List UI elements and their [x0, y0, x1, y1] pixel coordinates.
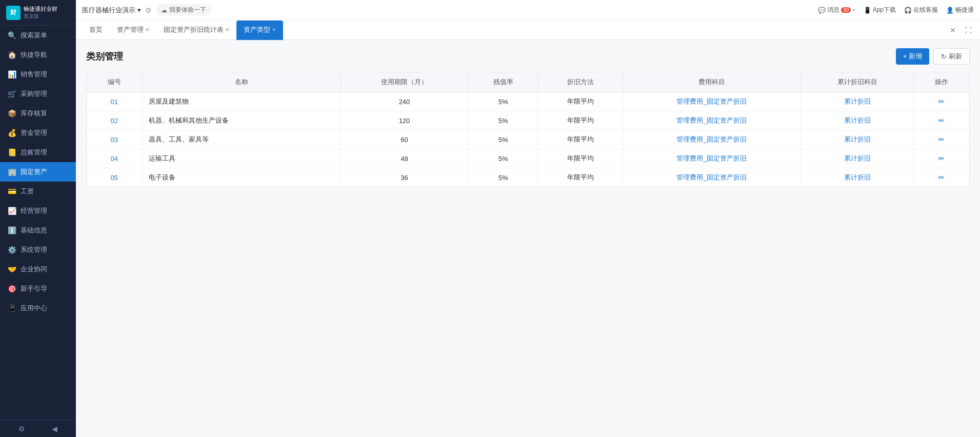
- tab-close-fixed-asset-stat[interactable]: ×: [226, 26, 229, 33]
- sidebar-label-operations: 经营管理: [21, 206, 47, 215]
- accum-link[interactable]: 累计折旧: [844, 116, 871, 124]
- tab-fixed-asset-stat[interactable]: 固定资产折旧统计表×: [156, 21, 236, 40]
- cell-residual: 5%: [468, 111, 538, 130]
- expense-link[interactable]: 管理费用_固定资产折旧: [676, 135, 747, 143]
- cell-method: 年限平均: [538, 92, 623, 111]
- tab-asset-manage[interactable]: 资产管理×: [110, 21, 156, 40]
- sidebar-item-guide[interactable]: 🎯 新手引导: [0, 279, 76, 299]
- cell-op: ✏: [914, 111, 969, 130]
- row-no-link[interactable]: 02: [111, 117, 118, 125]
- tab-label-asset-type: 资产类型: [244, 25, 270, 34]
- cell-period: 48: [341, 149, 468, 168]
- col-header: 折旧方法: [538, 72, 623, 92]
- user-menu[interactable]: 👤 畅捷通: [946, 6, 974, 14]
- row-no-link[interactable]: 01: [111, 98, 118, 106]
- sidebar-item-system[interactable]: ⚙️ 系统管理: [0, 240, 76, 260]
- logo-icon: 财: [6, 6, 21, 20]
- badge-plus: +: [852, 8, 855, 13]
- message-button[interactable]: 💬 消息 99+: [818, 6, 855, 14]
- cell-residual: 5%: [468, 149, 538, 168]
- col-header: 使用期限（月）: [341, 72, 468, 92]
- trial-button[interactable]: ☁ 我要体验一下: [156, 4, 211, 16]
- table-body: 01 房屋及建筑物 240 5% 年限平均 管理费用_固定资产折旧 累计折旧 ✏…: [87, 92, 969, 187]
- cell-expense: 管理费用_固定资产折旧: [623, 149, 801, 168]
- gear-icon[interactable]: ⚙: [145, 6, 152, 14]
- app-download-button[interactable]: 📱 App下载: [864, 6, 896, 14]
- tab-close-asset-manage[interactable]: ×: [146, 26, 149, 33]
- sidebar-item-operations[interactable]: 📈 经营管理: [0, 201, 76, 221]
- message-badge: 99: [841, 7, 851, 13]
- accum-link[interactable]: 累计折旧: [844, 135, 871, 143]
- data-table: 编号名称使用期限（月）残值率折旧方法费用科目累计折旧科目操作 01 房屋及建筑物…: [87, 72, 969, 187]
- sidebar-item-salary[interactable]: 💳 工资: [0, 182, 76, 201]
- row-no-link[interactable]: 04: [111, 155, 118, 163]
- sidebar-label-enterprise: 企业协同: [21, 265, 47, 274]
- refresh-button[interactable]: ↻ 刷新: [933, 48, 970, 65]
- sidebar-item-fixed-assets[interactable]: 🏢 固定资产: [0, 162, 76, 182]
- cell-op: ✏: [914, 130, 969, 149]
- cell-method: 年限平均: [538, 111, 623, 130]
- refresh-label: 刷新: [949, 52, 962, 61]
- col-header: 名称: [142, 72, 341, 92]
- page-header: 类别管理 + 新增 ↻ 刷新: [86, 48, 970, 65]
- tab-home[interactable]: 首页: [82, 21, 110, 40]
- sidebar-item-quick-nav[interactable]: 🏠 快捷导航: [0, 45, 76, 65]
- cell-accum: 累计折旧: [801, 130, 913, 149]
- expense-link[interactable]: 管理费用_固定资产折旧: [676, 116, 747, 124]
- accum-link[interactable]: 累计折旧: [844, 97, 871, 105]
- close-window-icon[interactable]: ✕: [947, 25, 958, 36]
- expense-link[interactable]: 管理费用_固定资产折旧: [676, 97, 747, 105]
- sidebar-item-finance[interactable]: 💰 资金管理: [0, 123, 76, 143]
- cell-op: ✏: [914, 168, 969, 187]
- online-service-button[interactable]: 🎧 在线客服: [904, 6, 938, 14]
- tab-label-home: 首页: [89, 25, 103, 34]
- sidebar-label-fixed-assets: 固定资产: [21, 167, 47, 176]
- table-row: 04 运输工具 48 5% 年限平均 管理费用_固定资产折旧 累计折旧 ✏: [87, 149, 969, 168]
- edit-icon[interactable]: ✏: [938, 135, 945, 144]
- col-header: 编号: [87, 72, 142, 92]
- collapse-icon[interactable]: ◀: [52, 425, 57, 433]
- sidebar-icon-app-center: 📱: [7, 304, 16, 313]
- table-header-row: 编号名称使用期限（月）残值率折旧方法费用科目累计折旧科目操作: [87, 72, 969, 92]
- new-button[interactable]: + 新增: [896, 48, 929, 65]
- sidebar-label-salary: 工资: [21, 187, 34, 196]
- sidebar-item-inventory[interactable]: 📦 库存核算: [0, 104, 76, 123]
- sidebar-label-inventory: 库存核算: [21, 109, 47, 118]
- cell-method: 年限平均: [538, 149, 623, 168]
- sidebar-icon-finance: 💰: [7, 128, 16, 137]
- edit-icon[interactable]: ✏: [938, 97, 945, 106]
- sidebar-item-sales[interactable]: 📊 销售管理: [0, 65, 76, 84]
- sidebar-item-app-center[interactable]: 📱 应用中心: [0, 299, 76, 318]
- expand-window-icon[interactable]: ⛶: [963, 25, 974, 36]
- edit-icon[interactable]: ✏: [938, 154, 945, 163]
- accum-link[interactable]: 累计折旧: [844, 154, 871, 162]
- expense-link[interactable]: 管理费用_固定资产折旧: [676, 154, 747, 162]
- row-no-link[interactable]: 05: [111, 174, 118, 182]
- cell-op: ✏: [914, 149, 969, 168]
- sidebar-item-enterprise[interactable]: 🤝 企业协同: [0, 260, 76, 279]
- sidebar-label-ledger: 总账管理: [21, 148, 47, 157]
- cell-expense: 管理费用_固定资产折旧: [623, 92, 801, 111]
- cell-op: ✏: [914, 92, 969, 111]
- cell-accum: 累计折旧: [801, 92, 913, 111]
- sidebar-bottom: ⚙ ◀: [0, 420, 76, 437]
- sidebar-item-basic-info[interactable]: ℹ️ 基础信息: [0, 221, 76, 240]
- table-header: 编号名称使用期限（月）残值率折旧方法费用科目累计折旧科目操作: [87, 72, 969, 92]
- tab-close-asset-type[interactable]: ×: [272, 26, 276, 33]
- tab-asset-type[interactable]: 资产类型×: [236, 21, 283, 40]
- cell-no: 04: [87, 149, 142, 168]
- edit-icon[interactable]: ✏: [938, 116, 945, 125]
- settings-icon[interactable]: ⚙: [18, 425, 25, 433]
- row-no-link[interactable]: 03: [111, 136, 118, 144]
- col-header: 残值率: [468, 72, 538, 92]
- cell-no: 03: [87, 130, 142, 149]
- edit-icon[interactable]: ✏: [938, 173, 945, 182]
- sidebar-item-ledger[interactable]: 📒 总账管理: [0, 143, 76, 162]
- sidebar-item-purchase[interactable]: 🛒 采购管理: [0, 84, 76, 104]
- cell-period: 60: [341, 130, 468, 149]
- expense-link[interactable]: 管理费用_固定资产折旧: [676, 173, 747, 181]
- company-selector[interactable]: 医疗器械行业演示 ▾: [82, 6, 141, 15]
- sidebar-item-search[interactable]: 🔍 搜索菜单: [0, 26, 76, 45]
- accum-link[interactable]: 累计折旧: [844, 173, 871, 181]
- online-service-label: 在线客服: [913, 6, 938, 14]
